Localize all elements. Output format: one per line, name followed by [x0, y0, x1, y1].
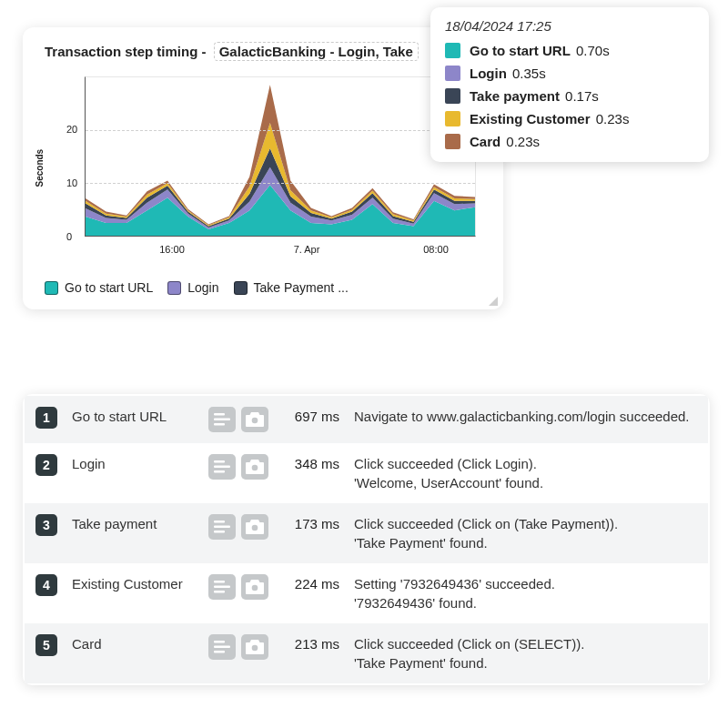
step-duration: 697 ms: [278, 407, 354, 424]
svg-rect-13: [214, 586, 230, 589]
step-name: Take payment: [72, 514, 208, 531]
step-message: '7932649436' found.: [354, 593, 703, 612]
chart-title: Transaction step timing -: [45, 44, 210, 59]
tooltip-label: Existing Customer: [470, 111, 591, 126]
legend-item[interactable]: Take Payment ...: [234, 280, 349, 295]
tooltip-row: Existing Customer 0.23s: [445, 107, 694, 130]
step-message: Click succeeded (Click Login).: [354, 454, 703, 473]
svg-rect-10: [214, 531, 225, 533]
tooltip-swatch: [445, 111, 460, 126]
tooltip-timestamp: 18/04/2024 17:25: [445, 18, 694, 34]
tooltip-value: 0.23s: [506, 134, 540, 149]
step-number: 4: [35, 574, 57, 596]
log-icon[interactable]: [208, 454, 236, 480]
step-duration: 173 ms: [278, 514, 354, 531]
step-messages: Setting '7932649436' succeeded.'79326494…: [354, 574, 703, 612]
screenshot-icon[interactable]: [241, 454, 268, 480]
screenshot-icon[interactable]: [241, 514, 268, 540]
svg-point-7: [252, 465, 258, 471]
step-number: 5: [35, 634, 57, 656]
tooltip-value: 0.23s: [596, 111, 630, 126]
tooltip-swatch: [445, 88, 460, 104]
legend-label: Take Payment ...: [254, 280, 349, 295]
table-row: 4 Existing Customer 224 ms Setting '7932…: [25, 563, 708, 623]
tooltip-label: Take payment: [470, 88, 560, 104]
step-messages: Click succeeded (Click Login).'Welcome, …: [354, 454, 703, 492]
plot-box[interactable]: [85, 76, 476, 237]
tooltip-row: Go to start URL 0.70s: [445, 39, 694, 62]
step-number: 3: [35, 514, 57, 536]
svg-rect-4: [214, 460, 225, 463]
svg-rect-1: [214, 419, 230, 421]
svg-rect-18: [214, 651, 225, 653]
tooltip-card: 18/04/2024 17:25 Go to start URL 0.70s L…: [430, 7, 709, 162]
y-tick-20: 20: [66, 124, 77, 135]
svg-rect-5: [214, 466, 230, 469]
tooltip-row: Login 0.35s: [445, 62, 694, 85]
area-chart: [86, 77, 475, 236]
x-tick-0: 16:00: [159, 244, 185, 255]
step-messages: Click succeeded (Click on (Take Payment)…: [354, 514, 703, 552]
step-messages: Navigate to www.galacticbanking.com/logi…: [354, 407, 703, 426]
svg-point-15: [252, 585, 258, 592]
chart-area: Seconds 0 10 20 16:00 7. Apr 08:00: [45, 76, 481, 268]
svg-rect-16: [214, 641, 225, 643]
tooltip-value: 0.35s: [512, 66, 546, 81]
tooltip-swatch: [445, 66, 460, 81]
step-name: Existing Customer: [72, 574, 208, 592]
svg-rect-0: [214, 413, 225, 416]
svg-point-11: [252, 525, 258, 531]
tooltip-value: 0.17s: [565, 88, 599, 104]
step-message: 'Welcome, UserAccount' found.: [354, 473, 703, 492]
x-tick-2: 08:00: [423, 244, 449, 255]
legend-swatch: [234, 281, 248, 295]
step-name: Go to start URL: [72, 407, 208, 424]
y-tick-0: 0: [66, 231, 72, 242]
svg-rect-17: [214, 646, 230, 649]
tooltip-swatch: [445, 134, 460, 149]
legend-label: Login: [187, 280, 218, 295]
tooltip-label: Go to start URL: [470, 43, 571, 58]
log-icon[interactable]: [208, 514, 236, 540]
y-tick-10: 10: [66, 177, 77, 188]
step-duration: 224 ms: [278, 574, 354, 592]
svg-rect-8: [214, 521, 225, 523]
screenshot-icon[interactable]: [241, 407, 268, 432]
step-message: Click succeeded (Click on (Take Payment)…: [354, 514, 703, 533]
screenshot-icon[interactable]: [241, 574, 268, 600]
svg-point-3: [252, 418, 258, 424]
log-icon[interactable]: [208, 634, 236, 660]
svg-rect-14: [214, 591, 225, 593]
step-message: 'Take Payment' found.: [354, 533, 703, 552]
svg-rect-9: [214, 526, 230, 529]
step-name: Login: [72, 454, 208, 471]
step-message: Setting '7932649436' succeeded.: [354, 574, 703, 593]
resize-handle-icon[interactable]: [489, 297, 498, 306]
step-name: Card: [72, 634, 208, 652]
legend-swatch: [45, 281, 58, 295]
log-icon[interactable]: [208, 407, 236, 432]
svg-rect-12: [214, 581, 225, 583]
table-row: 1 Go to start URL 697 ms Navigate to www…: [25, 396, 708, 443]
chart-subtitle[interactable]: GalacticBanking - Login, Take: [214, 42, 419, 61]
screenshot-icon[interactable]: [241, 634, 268, 660]
legend-swatch: [167, 281, 181, 295]
tooltip-row: Card 0.23s: [445, 130, 694, 153]
steps-table: 1 Go to start URL 697 ms Navigate to www…: [23, 394, 710, 685]
table-row: 5 Card 213 ms Click succeeded (Click on …: [25, 623, 708, 683]
tooltip-value: 0.70s: [576, 43, 610, 58]
legend-item[interactable]: Login: [167, 280, 218, 295]
tooltip-row: Take payment 0.17s: [445, 85, 694, 107]
svg-point-19: [252, 645, 258, 652]
svg-rect-6: [214, 470, 225, 473]
svg-rect-2: [214, 423, 225, 426]
step-number: 1: [35, 407, 57, 429]
log-icon[interactable]: [208, 574, 236, 600]
chart-legend: Go to start URLLoginTake Payment ...: [45, 280, 481, 295]
legend-item[interactable]: Go to start URL: [45, 280, 153, 295]
y-axis-label: Seconds: [35, 148, 45, 187]
step-message: Click succeeded (Click on (SELECT)).: [354, 634, 703, 653]
table-row: 2 Login 348 ms Click succeeded (Click Lo…: [25, 443, 708, 503]
step-messages: Click succeeded (Click on (SELECT)).'Tak…: [354, 634, 703, 672]
legend-label: Go to start URL: [65, 280, 153, 295]
